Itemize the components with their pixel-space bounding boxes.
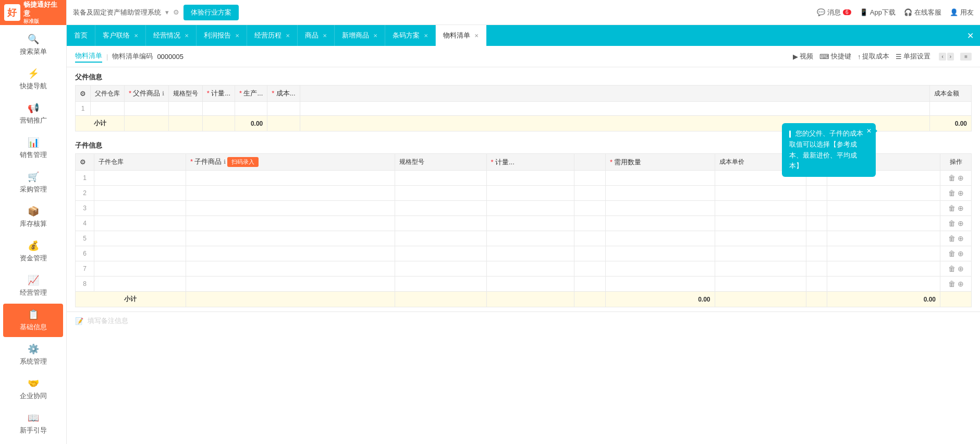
tab-operations[interactable]: 经营情况 ✕: [146, 25, 197, 46]
sidebar-item-label: 企业协同: [20, 391, 47, 401]
close-icon[interactable]: ✕: [323, 33, 327, 39]
sidebar-item-label: 新手引导: [20, 426, 47, 435]
delete-icon[interactable]: 🗑: [948, 265, 956, 273]
tab-product[interactable]: 商品 ✕: [298, 25, 335, 46]
cell-child-warehouse-1[interactable]: [94, 171, 186, 186]
sidebar-item-basic-info[interactable]: 📋 基础信息: [3, 304, 63, 337]
child-settings-gear-icon[interactable]: ⚙: [80, 158, 86, 166]
th-quantity: * 计量...: [202, 86, 235, 102]
handshake-icon: 🤝: [28, 378, 39, 389]
view-action[interactable]: ▶ 视频: [793, 52, 813, 61]
single-settings-action[interactable]: ☰ 单据设置: [896, 52, 930, 61]
delete-icon[interactable]: 🗑: [948, 189, 956, 197]
close-all-tabs[interactable]: ✕: [961, 31, 980, 41]
note-placeholder[interactable]: 填写备注信息: [88, 316, 128, 326]
sidebar-item-quick-nav[interactable]: ⚡ 快捷导航: [3, 63, 63, 96]
tab-new-product[interactable]: 新增商品 ✕: [335, 25, 385, 46]
online-service-label: 在线客服: [914, 8, 941, 17]
scan-button[interactable]: 扫码录入: [227, 157, 259, 167]
close-icon[interactable]: ✕: [373, 33, 377, 39]
sidebar-item-label: 销售管理: [20, 150, 47, 160]
gear-settings-icon[interactable]: ⚙: [173, 8, 179, 16]
copy-icon[interactable]: ⊕: [958, 219, 964, 227]
sidebar-item-guide[interactable]: 📖 新手引导: [3, 407, 63, 440]
copy-icon[interactable]: ⊕: [958, 234, 964, 243]
th-parent-warehouse: 父件仓库: [91, 86, 125, 102]
delete-icon[interactable]: 🗑: [948, 249, 956, 258]
sidebar-item-inventory[interactable]: 📦 库存核算: [3, 200, 63, 234]
tab-bom[interactable]: 物料清单 ✕: [436, 25, 486, 46]
delete-icon[interactable]: 🗑: [948, 234, 956, 243]
list-view-btn[interactable]: ≡: [960, 53, 972, 61]
copy-icon[interactable]: ⊕: [958, 189, 964, 197]
delete-icon[interactable]: 🗑: [948, 280, 956, 288]
sub-tab-bom-code[interactable]: 物料清单编码: [112, 51, 153, 62]
th-production: * 生产...: [235, 86, 267, 102]
app-download-item[interactable]: 📱 App下载: [860, 8, 896, 17]
sidebar-item-label: 采购管理: [20, 185, 47, 194]
extract-cost-action[interactable]: ↑ 提取成本: [858, 52, 890, 61]
close-icon[interactable]: ✕: [235, 33, 239, 39]
trial-button[interactable]: 体验行业方案: [183, 5, 239, 20]
tab-home[interactable]: 首页: [67, 25, 95, 46]
cell-required-qty-1[interactable]: [606, 171, 715, 186]
sidebar-item-purchase[interactable]: 🛒 采购管理: [3, 166, 63, 199]
cell-child-qty-1[interactable]: [486, 171, 574, 186]
delete-icon[interactable]: 🗑: [948, 204, 956, 212]
cell-cost[interactable]: [267, 102, 300, 116]
sidebar-item-finance[interactable]: 💰 资金管理: [3, 235, 63, 268]
sidebar-item-marketing[interactable]: 📢 营销推广: [3, 97, 63, 130]
message-item[interactable]: 💬 消息 6: [817, 8, 851, 17]
close-icon[interactable]: ✕: [474, 33, 479, 39]
message-label: 消息: [827, 8, 841, 17]
tab-barcode[interactable]: 条码方案 ✕: [385, 25, 436, 46]
sidebar-items: 🔍 搜索菜单 ⚡ 快捷导航 📢 营销推广 📊 销售管理 🛒 采购管理 📦 库存核…: [0, 25, 66, 444]
close-icon[interactable]: ✕: [286, 33, 290, 39]
sidebar-item-search[interactable]: 🔍 搜索菜单: [3, 28, 63, 62]
prev-arrow[interactable]: ‹: [939, 53, 946, 61]
cell-child-spec-1[interactable]: [395, 171, 486, 186]
settings-gear-icon[interactable]: ⚙: [80, 90, 86, 98]
child-subtotal-label: 小计: [76, 292, 186, 307]
cell-production[interactable]: [235, 102, 267, 116]
cell-child-product-1[interactable]: [186, 171, 395, 186]
delete-icon[interactable]: 🗑: [948, 219, 956, 227]
tooltip-close-button[interactable]: ✕: [866, 126, 872, 136]
close-icon[interactable]: ✕: [185, 33, 189, 39]
message-badge: 6: [843, 9, 851, 15]
chevron-down-icon[interactable]: ▾: [165, 8, 169, 16]
tab-history[interactable]: 经营历程 ✕: [247, 25, 298, 46]
copy-icon[interactable]: ⊕: [958, 249, 964, 258]
copy-icon[interactable]: ⊕: [958, 280, 964, 288]
copy-icon[interactable]: ⊕: [958, 204, 964, 212]
app-logo: 好 畅捷通好生意 标准版: [0, 0, 66, 25]
copy-icon[interactable]: ⊕: [958, 174, 964, 182]
sidebar-item-operations[interactable]: 📈 经营管理: [3, 269, 63, 303]
delete-icon[interactable]: 🗑: [948, 174, 956, 182]
cell-quantity[interactable]: [202, 102, 235, 116]
cell-parent-warehouse[interactable]: [91, 102, 125, 116]
close-icon[interactable]: ✕: [424, 33, 428, 39]
close-icon[interactable]: ✕: [134, 33, 138, 39]
cell-spec[interactable]: [168, 102, 202, 116]
table-row: 4 🗑⊕: [76, 216, 972, 231]
sidebar-item-system[interactable]: ⚙️ 系统管理: [3, 338, 63, 371]
sidebar-item-enterprise[interactable]: 🤝 企业协同: [3, 373, 63, 406]
tab-customer[interactable]: 客户联络 ✕: [95, 25, 146, 46]
view-label: 视频: [800, 52, 813, 61]
online-service-item[interactable]: 🎧 在线客服: [904, 8, 941, 17]
next-arrow[interactable]: ›: [947, 53, 954, 61]
row-num-2: 2: [76, 186, 94, 201]
cell-actions-1: 🗑 ⊕: [940, 171, 972, 186]
sidebar-item-label: 资金管理: [20, 254, 47, 263]
child-subtotal-quantity: 0.00: [606, 292, 715, 307]
user-item[interactable]: 👤 用友: [950, 8, 974, 17]
tab-profit[interactable]: 利润报告 ✕: [197, 25, 247, 46]
content-area: 物料清单 | 物料清单编码 0000005 ▶ 视频 ⌨ 快捷键 ↑ 提取成本: [67, 46, 980, 444]
sidebar-item-sales[interactable]: 📊 销售管理: [3, 131, 63, 165]
tab-barcode-label: 条码方案: [393, 31, 420, 40]
cell-parent-product[interactable]: [125, 102, 169, 116]
copy-icon[interactable]: ⊕: [958, 265, 964, 273]
shortcut-action[interactable]: ⌨ 快捷键: [819, 52, 851, 61]
sub-tab-bom-list[interactable]: 物料清单: [75, 50, 102, 63]
